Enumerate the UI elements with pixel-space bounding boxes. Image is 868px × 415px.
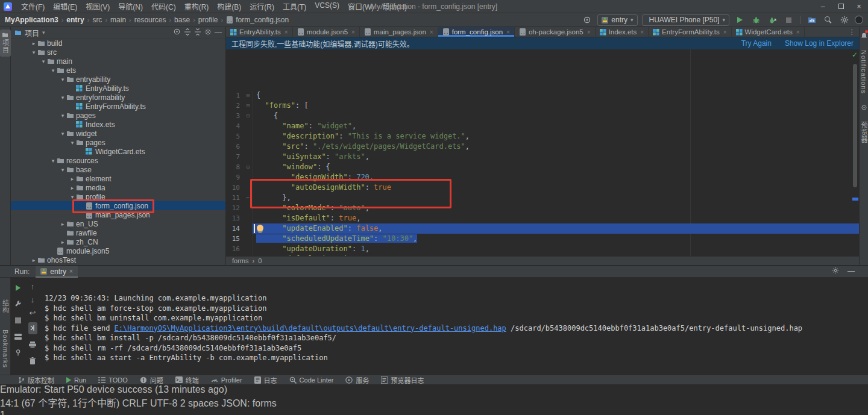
- try-again-link[interactable]: Try Again: [741, 39, 772, 48]
- tree-row[interactable]: ▾src: [11, 48, 225, 57]
- chevron-right-icon[interactable]: ▸: [30, 40, 37, 46]
- close-button[interactable]: ×: [850, 0, 868, 13]
- tool-window-button-terminal[interactable]: 终端: [175, 375, 199, 385]
- tree-row[interactable]: ▾profile: [11, 192, 225, 201]
- editor-tab[interactable]: Index.ets×: [596, 27, 649, 37]
- editor-tab[interactable]: {..}form_config.json×: [438, 27, 515, 37]
- tool-window-button-todo[interactable]: TODO: [98, 376, 128, 384]
- editor-tab[interactable]: WidgetCard.ets×: [732, 27, 805, 37]
- tree-row[interactable]: ▾ets: [11, 66, 225, 75]
- menu-item[interactable]: 工具(T): [278, 0, 310, 13]
- breadcrumb-item[interactable]: profile: [198, 16, 218, 24]
- tool-window-button-log[interactable]: 日志: [254, 375, 277, 385]
- clear-console-button[interactable]: [30, 356, 36, 367]
- file-path-link[interactable]: E:\HarmonyOS\MyApplication3\entry\build\…: [115, 324, 506, 332]
- line-separator[interactable]: CRLF: [122, 398, 148, 408]
- menu-item[interactable]: 编辑(E): [49, 0, 81, 13]
- tree-row[interactable]: EntryAbility.ts: [11, 84, 225, 93]
- tool-window-button-run[interactable]: Run: [66, 376, 86, 384]
- inspections-ok-icon[interactable]: ✓: [852, 51, 858, 59]
- breadcrumb-item[interactable]: entry: [66, 16, 84, 24]
- tree-row[interactable]: EntryFormAbility.ts: [11, 102, 225, 111]
- tool-window-button-services[interactable]: 服务: [345, 375, 369, 385]
- profiler-button[interactable]: [806, 14, 818, 26]
- device-selector[interactable]: HUAWEI Phone [P50]▾: [642, 14, 729, 26]
- previewer-icon[interactable]: [861, 102, 867, 113]
- tree-row[interactable]: {..}main_pages.json: [11, 210, 225, 219]
- menu-item[interactable]: 代码(C): [147, 0, 180, 13]
- caret-position[interactable]: 14:1 (67 个字符, 1行个中断): [0, 398, 119, 408]
- debug-button[interactable]: [750, 14, 762, 26]
- attach-debugger-button[interactable]: [766, 14, 778, 26]
- menu-item[interactable]: 导航(N): [114, 0, 147, 13]
- tree-row[interactable]: rawfile: [11, 228, 225, 237]
- soft-wrap-button[interactable]: ↩: [30, 309, 36, 317]
- stop-button[interactable]: [782, 14, 794, 26]
- tree-row[interactable]: ▸media: [11, 183, 225, 192]
- scroll-to-end-button[interactable]: [28, 322, 37, 334]
- chevron-down-icon[interactable]: ▾: [59, 113, 66, 119]
- file-type[interactable]: JSON: forms: [221, 398, 277, 408]
- menu-item[interactable]: 视图(V): [81, 0, 114, 13]
- chevron-down-icon[interactable]: ▾: [40, 58, 47, 64]
- breadcrumb-item[interactable]: form_config.json: [236, 16, 289, 24]
- tab-options-icon[interactable]: ⋮: [845, 27, 860, 37]
- breadcrumb-item[interactable]: MyApplication3: [5, 16, 58, 24]
- editor-tab[interactable]: EntryFormAbility.ts×: [649, 27, 731, 37]
- tree-row[interactable]: ▾entryformability: [11, 93, 225, 102]
- menu-item[interactable]: 运行(R): [245, 0, 278, 13]
- tree-row[interactable]: ▸element: [11, 174, 225, 183]
- menu-item[interactable]: 重构(R): [180, 0, 213, 13]
- breadcrumb-forms[interactable]: forms: [232, 257, 249, 264]
- tree-row[interactable]: ▸en_US: [11, 219, 225, 228]
- tree-row[interactable]: ▸zh_CN: [11, 237, 225, 246]
- scrollbar-thumb[interactable]: [853, 64, 857, 187]
- fold-marker[interactable]: ⌐: [244, 193, 253, 203]
- expand-all-button[interactable]: [184, 28, 191, 37]
- tree-row[interactable]: ▸ohosTest: [11, 255, 225, 264]
- editor-tab[interactable]: {..}oh-package.json5×: [515, 27, 596, 37]
- run-button[interactable]: [734, 14, 746, 26]
- rerun-button[interactable]: [16, 282, 20, 293]
- breadcrumb-item[interactable]: base: [174, 16, 190, 24]
- close-tab-icon[interactable]: ×: [69, 268, 73, 275]
- tree-row[interactable]: ▾entryability: [11, 75, 225, 84]
- up-stack-trace-button[interactable]: ↑: [31, 282, 35, 290]
- chevron-down-icon[interactable]: ▾: [69, 194, 76, 200]
- tree-row[interactable]: ▾resources: [11, 156, 225, 165]
- chevron-right-icon[interactable]: ▸: [69, 176, 76, 182]
- intention-bulb-icon[interactable]: [257, 225, 263, 231]
- close-tab-icon[interactable]: ×: [506, 29, 510, 36]
- run-settings-button[interactable]: [832, 267, 839, 276]
- editor-tab[interactable]: {..}main_pages.json×: [360, 27, 438, 37]
- sidebar-tab-previewer[interactable]: 预览器: [859, 122, 868, 143]
- tree-row[interactable]: WidgetCard.ets: [11, 147, 225, 156]
- tree-row[interactable]: ▾base: [11, 165, 225, 174]
- breadcrumb-item[interactable]: resources: [134, 16, 166, 24]
- status-message[interactable]: Emulator: Start P50 device success (13 m…: [0, 384, 227, 395]
- sidebar-tab-project[interactable]: 项目: [0, 30, 11, 57]
- breadcrumb-index[interactable]: 0: [258, 257, 262, 264]
- editor-tab[interactable]: {..}module.json5×: [293, 27, 360, 37]
- close-tab-icon[interactable]: ×: [796, 29, 800, 36]
- close-tab-icon[interactable]: ×: [587, 29, 591, 36]
- stop-process-button[interactable]: [15, 315, 21, 326]
- print-button[interactable]: [29, 340, 36, 351]
- tool-window-button-linter[interactable]: Code Linter: [289, 376, 334, 384]
- collapse-all-button[interactable]: [194, 28, 201, 37]
- maximize-button[interactable]: [832, 0, 850, 13]
- dump-threads-button[interactable]: [14, 331, 22, 342]
- tool-window-button-problems[interactable]: 问题: [140, 375, 163, 385]
- tool-window-button-previewer-log[interactable]: 预览器日志: [381, 375, 424, 385]
- chevron-down-icon[interactable]: ▾: [49, 67, 57, 73]
- chevron-right-icon[interactable]: ▸: [69, 185, 76, 191]
- fold-marker[interactable]: ⊟: [244, 90, 253, 101]
- tool-window-button-profiler[interactable]: Profiler: [211, 376, 242, 384]
- close-tab-icon[interactable]: ×: [723, 29, 727, 36]
- error-stripe-selection-mark[interactable]: [852, 198, 858, 201]
- weather-widget[interactable]: 1 1°C 晴朗: [0, 410, 868, 415]
- locate-file-button[interactable]: [173, 28, 181, 37]
- pin-tab-button[interactable]: [14, 348, 22, 358]
- sidebar-tab-bookmarks[interactable]: Bookmarks: [2, 329, 9, 368]
- editor-tab[interactable]: EntryAbility.ts×: [226, 27, 293, 37]
